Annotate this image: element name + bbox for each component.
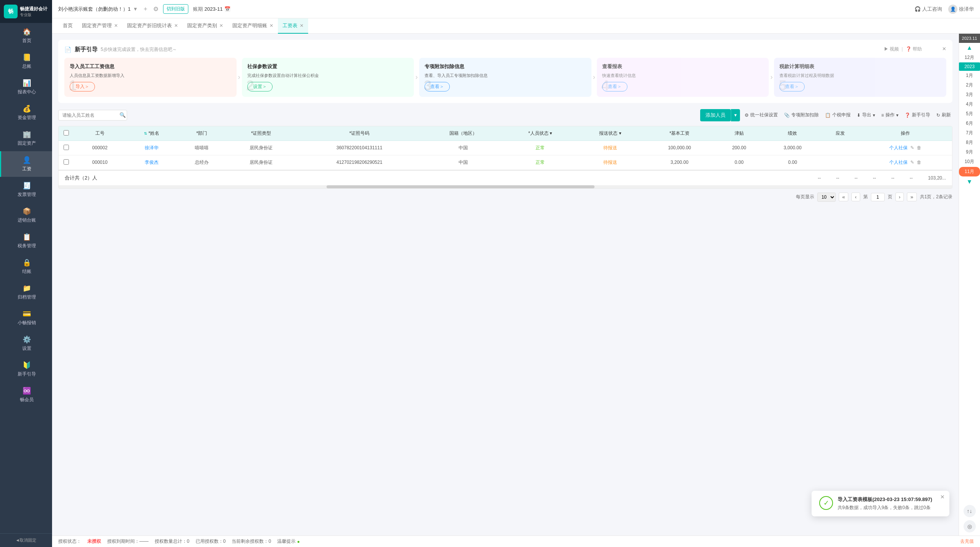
- calendar-month-11-active[interactable]: 11月: [959, 167, 980, 176]
- calendar-month-6[interactable]: 6月: [959, 119, 980, 128]
- report-filter-icon[interactable]: ▾: [619, 131, 621, 136]
- calendar-month-1[interactable]: 1月: [959, 71, 980, 80]
- guide-icon: 🔰: [23, 361, 31, 369]
- tab-close-asset-detail[interactable]: ✕: [270, 23, 273, 28]
- sidebar-item-settings[interactable]: ⚙️ 设置: [0, 331, 52, 356]
- sort-icon[interactable]: ⇅: [144, 131, 147, 136]
- account-dropdown-icon[interactable]: ▼: [133, 6, 138, 12]
- search-input[interactable]: [58, 110, 127, 121]
- row2-delete-icon[interactable]: 🗑: [917, 160, 921, 165]
- sidebar-item-invoicing[interactable]: 🧾 发票管理: [0, 177, 52, 202]
- last-page-button[interactable]: »: [907, 193, 916, 201]
- sidebar-item-reports[interactable]: 📊 报表中心: [0, 74, 52, 100]
- tax-report-button[interactable]: 📋 个税申报: [823, 112, 852, 118]
- calendar-down-arrow[interactable]: ▼: [967, 178, 973, 185]
- row1-emp-no: 000002: [74, 140, 126, 155]
- col-header-dept: *部门: [178, 126, 226, 141]
- sidebar-item-general-ledger[interactable]: 📒 总账: [0, 49, 52, 74]
- calendar-month-10[interactable]: 10月: [959, 157, 980, 167]
- row1-delete-icon[interactable]: 🗑: [917, 145, 921, 150]
- tab-close-depreciation-stats[interactable]: ✕: [174, 23, 178, 28]
- app-logo-icon: 畅: [4, 5, 18, 18]
- content-area: 📄 新手引导 5步快速完成设置，快去完善信息吧～ ▶ 视频 | ❓ 帮助 ✕: [52, 34, 980, 536]
- tab-close-asset-category[interactable]: ✕: [219, 23, 223, 28]
- calendar-year-2023[interactable]: 2023: [959, 62, 980, 71]
- calendar-month-2[interactable]: 2月: [959, 80, 980, 90]
- toast-close-button[interactable]: ✕: [940, 494, 945, 500]
- tab-asset-detail[interactable]: 固定资产明细账 ✕: [228, 18, 278, 34]
- calendar-icon[interactable]: 📅: [224, 6, 230, 12]
- col-header-operations: 操作: [859, 126, 952, 141]
- toast-success-icon: ✓: [819, 496, 833, 510]
- export-icon: ⬇: [857, 113, 861, 118]
- calendar-month-5[interactable]: 5月: [959, 109, 980, 119]
- cancel-fixed-button[interactable]: ◄取消固定: [4, 537, 48, 543]
- tab-payroll-table[interactable]: 工资表 ✕: [278, 18, 308, 34]
- col-header-status: *人员状态 ▾: [504, 126, 577, 141]
- sidebar-item-home[interactable]: 🏠 首页: [0, 23, 52, 49]
- calendar-month-4[interactable]: 4月: [959, 100, 980, 109]
- refresh-button[interactable]: ↻ 刷新: [935, 112, 952, 118]
- tab-asset-category[interactable]: 固定资产类别 ✕: [183, 18, 228, 34]
- right-panel-icon-2[interactable]: ◎: [964, 520, 976, 532]
- sidebar-item-guide[interactable]: 🔰 新手引导: [0, 356, 52, 382]
- sidebar-item-tax[interactable]: 📋 税务管理: [0, 228, 52, 254]
- horizontal-scrollbar[interactable]: [59, 185, 952, 188]
- add-person-button[interactable]: 添加人员: [700, 109, 731, 121]
- next-page-button[interactable]: ›: [895, 193, 904, 201]
- row2-edit-icon[interactable]: ✎: [910, 160, 914, 165]
- calendar-month-8[interactable]: 8月: [959, 138, 980, 147]
- sidebar-item-capital[interactable]: 💰 资金管理: [0, 100, 52, 126]
- sidebar-item-member[interactable]: ♾️ 畅会员: [0, 382, 52, 408]
- tab-fixed-assets-mgmt[interactable]: 固定资产管理 ✕: [77, 18, 122, 34]
- search-button[interactable]: 🔍: [119, 112, 126, 118]
- scrollbar-thumb: [327, 185, 595, 188]
- wizard-video-link[interactable]: ▶ 视频 | ❓ 帮助: [884, 46, 922, 52]
- row2-checkbox[interactable]: [64, 159, 69, 165]
- sidebar-item-close[interactable]: 🔒 结账: [0, 254, 52, 279]
- first-page-button[interactable]: «: [839, 193, 848, 201]
- account-settings-icon[interactable]: ⚙: [153, 5, 158, 13]
- sidebar-item-expense[interactable]: 💳 小畅报销: [0, 305, 52, 331]
- recharge-link[interactable]: 去充值: [960, 538, 974, 545]
- status-filter-icon[interactable]: ▾: [550, 131, 552, 136]
- help-icon: ❓: [906, 46, 911, 52]
- deductions-button[interactable]: 📎 专项附加扣除: [782, 112, 820, 118]
- add-account-button[interactable]: ＋: [142, 5, 149, 13]
- capital-icon: 💰: [23, 105, 31, 113]
- page-size-select[interactable]: 10 20 50: [817, 193, 836, 202]
- tab-close-payroll-table[interactable]: ✕: [300, 23, 304, 28]
- operations-button[interactable]: ≡ 操作 ▾: [880, 112, 900, 118]
- sidebar-item-archive[interactable]: 📁 归档管理: [0, 279, 52, 305]
- guide-button[interactable]: ❓ 新手引导: [903, 112, 932, 118]
- video-icon: ▶: [884, 46, 889, 52]
- row1-edit-icon[interactable]: ✎: [910, 145, 914, 150]
- select-all-checkbox[interactable]: [64, 130, 69, 136]
- calendar-month-9[interactable]: 9月: [959, 147, 980, 157]
- account-name: 刘小艳演示账套（勿删勿动！）1: [58, 6, 131, 13]
- customer-service-button[interactable]: 🎧 人工咨询: [915, 6, 942, 13]
- calendar-up-arrow[interactable]: ▲: [967, 44, 973, 51]
- tab-home[interactable]: 首页: [58, 18, 77, 34]
- calendar-month-12[interactable]: 12月: [959, 53, 980, 62]
- current-page-input[interactable]: [871, 193, 885, 201]
- row1-checkbox[interactable]: [64, 145, 69, 150]
- export-button[interactable]: ⬇ 导出 ▾: [855, 112, 877, 118]
- row2-performance: 0.00: [764, 155, 822, 170]
- prev-page-button[interactable]: ‹: [851, 193, 860, 201]
- col-header-check: [59, 126, 74, 141]
- switch-version-button[interactable]: 切到旧版: [163, 4, 188, 14]
- tab-depreciation-stats[interactable]: 固定资产折旧统计表 ✕: [122, 18, 183, 34]
- tab-close-fixed-assets-mgmt[interactable]: ✕: [114, 23, 118, 28]
- calendar-month-3[interactable]: 3月: [959, 90, 980, 100]
- right-panel-icon-1[interactable]: ↑↓: [964, 505, 976, 517]
- social-security-button[interactable]: ⚙ 统一社保设置: [743, 112, 779, 118]
- row1-report-status: 待报送: [576, 140, 644, 155]
- col-header-should-pay: 应发: [822, 126, 859, 141]
- add-person-dropdown-button[interactable]: ▾: [731, 109, 740, 121]
- sidebar-item-purchase-sales[interactable]: 📦 进销台账: [0, 202, 52, 228]
- sidebar-item-fixed-assets[interactable]: 🏢 固定资产: [0, 126, 52, 151]
- wizard-close-button[interactable]: ✕: [942, 46, 946, 52]
- calendar-month-7[interactable]: 7月: [959, 128, 980, 138]
- sidebar-item-payroll[interactable]: 👤 工资: [0, 151, 52, 177]
